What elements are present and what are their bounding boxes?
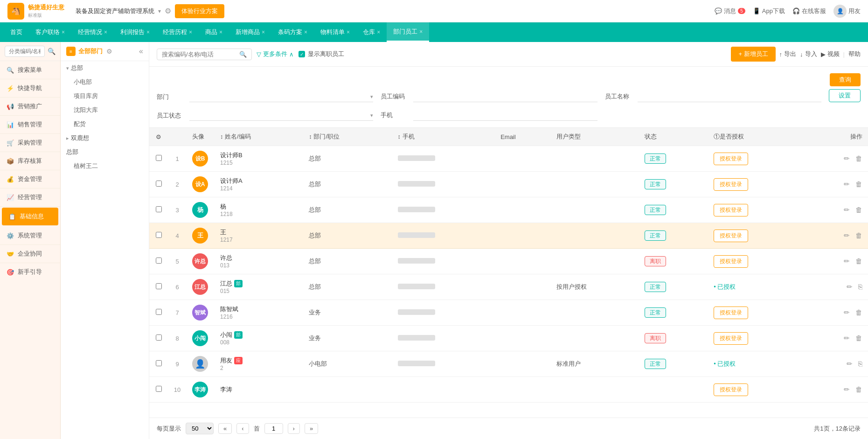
export-btn[interactable]: ↑ 导出 <box>779 50 797 58</box>
col-dept[interactable]: ↕ 部门/职位 <box>303 128 392 146</box>
settings-icon[interactable]: ⚙ <box>165 7 171 15</box>
sidebar-item-collab[interactable]: 🤝 企业协同 <box>0 245 60 263</box>
tab-bom[interactable]: 物料清单 × <box>314 22 356 42</box>
auth-login-button[interactable]: 授权登录 <box>714 204 748 216</box>
sidebar-item-operations[interactable]: 📈 经营管理 <box>0 188 60 207</box>
code-filter-input[interactable] <box>413 91 597 102</box>
dept-item-zhishu[interactable]: 植树王二 <box>61 159 149 173</box>
col-name[interactable]: ↕ 姓名/编码 <box>215 128 303 146</box>
sidebar-item-basic-info[interactable]: 📋 基础信息 <box>2 208 58 226</box>
edit-icon[interactable]: ✏ <box>847 360 853 368</box>
first-page-button[interactable]: « <box>218 423 232 434</box>
row-checkbox[interactable] <box>149 377 168 403</box>
dept-item-shuanglu[interactable]: ▸双鹿想 <box>61 131 149 145</box>
row-checkbox[interactable] <box>149 326 168 351</box>
sidebar-item-inventory[interactable]: 📦 库存核算 <box>0 152 60 170</box>
auth-login-button[interactable]: 授权登录 <box>714 332 748 345</box>
tab-add-goods[interactable]: 新增商品 × <box>229 22 271 42</box>
sidebar-item-finance[interactable]: 💰 资金管理 <box>0 170 60 188</box>
sidebar-item-system[interactable]: ⚙️ 系统管理 <box>0 227 60 245</box>
tab-employees[interactable]: 部门员工 × <box>387 22 429 42</box>
edit-icon[interactable]: ✏ <box>844 206 850 214</box>
dept-item-small-elec[interactable]: 小电部 <box>61 75 149 89</box>
status-filter-select[interactable]: ▾ <box>189 111 373 121</box>
dept-item-project-store[interactable]: 项目库房 <box>61 89 149 103</box>
row-checkbox[interactable] <box>149 300 168 326</box>
tab-barcode[interactable]: 条码方案 × <box>271 22 314 42</box>
more-btn[interactable]: 帮助 <box>848 50 861 58</box>
tab-customers[interactable]: 客户联络 × <box>29 22 71 42</box>
page-number-input[interactable] <box>264 423 283 434</box>
messages-btn[interactable]: 💬 消息 5 <box>715 7 745 15</box>
phone-filter-input[interactable] <box>413 110 597 121</box>
row-checkbox[interactable] <box>149 172 168 197</box>
edit-icon[interactable]: ✏ <box>844 154 850 162</box>
next-page-button[interactable]: › <box>288 423 300 434</box>
search-input[interactable] <box>162 51 236 58</box>
auth-login-button[interactable]: 授权登录 <box>714 383 748 396</box>
row-checkbox[interactable] <box>149 197 168 223</box>
row-checkbox[interactable] <box>149 351 168 377</box>
copy-icon[interactable]: ⎘ <box>858 283 862 291</box>
last-page-button[interactable]: » <box>305 423 318 434</box>
edit-icon[interactable]: ✏ <box>844 334 850 342</box>
tab-home[interactable]: 首页 <box>4 22 29 42</box>
delete-icon[interactable]: 🗑 <box>855 206 862 214</box>
delete-icon[interactable]: 🗑 <box>855 385 862 393</box>
user-avatar[interactable]: 👤 用友 <box>833 5 861 18</box>
dept-settings-icon[interactable]: ⚙ <box>106 48 112 55</box>
query-button[interactable]: 查询 <box>830 73 861 86</box>
prev-page-button[interactable]: ‹ <box>236 423 249 434</box>
sidebar-item-quicknav[interactable]: ⚡ 快捷导航 <box>0 79 60 98</box>
col-settings[interactable]: ⚙ <box>149 128 168 146</box>
copy-icon[interactable]: ⎘ <box>858 360 862 368</box>
edit-icon[interactable]: ✏ <box>844 308 850 316</box>
more-filter-btn[interactable]: ▽ 更多条件 ∧ <box>257 50 294 58</box>
dept-filter-select[interactable]: ▾ <box>189 92 373 102</box>
dept-item-shenyang[interactable]: 沈阳大库 <box>61 103 149 117</box>
delete-icon[interactable]: 🗑 <box>855 231 862 239</box>
edit-icon[interactable]: ✏ <box>844 231 850 239</box>
system-title-dropdown[interactable]: ▾ <box>158 8 161 14</box>
trial-button[interactable]: 体验行业方案 <box>175 4 224 18</box>
sidebar-search-input[interactable] <box>5 46 45 57</box>
reset-button[interactable]: 设置 <box>829 89 861 102</box>
tab-profit[interactable]: 利润报告 × <box>114 22 156 42</box>
delete-icon[interactable]: 🗑 <box>855 154 862 162</box>
tab-operations[interactable]: 经营情况 × <box>71 22 114 42</box>
all-dept-label[interactable]: 全部部门 <box>78 47 103 56</box>
delete-icon[interactable]: 🗑 <box>855 308 862 316</box>
auth-login-button[interactable]: 授权登录 <box>714 178 748 191</box>
delete-icon[interactable]: 🗑 <box>855 334 862 342</box>
sidebar-item-marketing[interactable]: 📢 营销推广 <box>0 98 60 116</box>
collapse-icon[interactable]: « <box>139 47 143 56</box>
sidebar-item-search[interactable]: 🔍 搜索菜单 <box>0 61 60 79</box>
sidebar-item-sales[interactable]: 📊 销售管理 <box>0 116 60 134</box>
dept-item-distribution[interactable]: 配货 <box>61 117 149 131</box>
show-archived-toggle[interactable]: ✓ 显示离职员工 <box>299 50 344 58</box>
import-btn[interactable]: ↓ 导入 <box>800 50 817 58</box>
auth-login-button[interactable]: 授权登录 <box>714 230 748 242</box>
auth-login-button[interactable]: 授权登录 <box>714 153 748 165</box>
tab-history[interactable]: 经营历程 × <box>156 22 199 42</box>
edit-icon[interactable]: ✏ <box>844 385 850 393</box>
auth-login-button[interactable]: 授权登录 <box>714 255 748 268</box>
add-employee-button[interactable]: + 新增员工 <box>731 47 775 62</box>
page-size-select[interactable]: 10 20 50 100 <box>186 423 214 434</box>
name-filter-input[interactable] <box>638 91 821 102</box>
sidebar-item-guide[interactable]: 🎯 新手引导 <box>0 263 60 281</box>
delete-icon[interactable]: 🗑 <box>855 257 862 265</box>
auth-login-button[interactable]: 授权登录 <box>714 307 748 319</box>
delete-icon[interactable]: 🗑 <box>855 180 862 188</box>
edit-icon[interactable]: ✏ <box>844 257 850 265</box>
row-checkbox[interactable] <box>149 249 168 274</box>
sidebar-item-purchase[interactable]: 🛒 采购管理 <box>0 134 60 152</box>
tab-goods[interactable]: 商品 × <box>199 22 229 42</box>
edit-icon[interactable]: ✏ <box>844 180 850 188</box>
tab-warehouse[interactable]: 仓库 × <box>356 22 387 42</box>
view-btn[interactable]: ▶ 视频 <box>821 50 840 58</box>
edit-icon[interactable]: ✏ <box>847 283 853 291</box>
row-checkbox[interactable] <box>149 223 168 249</box>
app-download-btn[interactable]: 📱 App下载 <box>753 7 785 15</box>
online-service-btn[interactable]: 🎧 在线客服 <box>792 7 826 15</box>
